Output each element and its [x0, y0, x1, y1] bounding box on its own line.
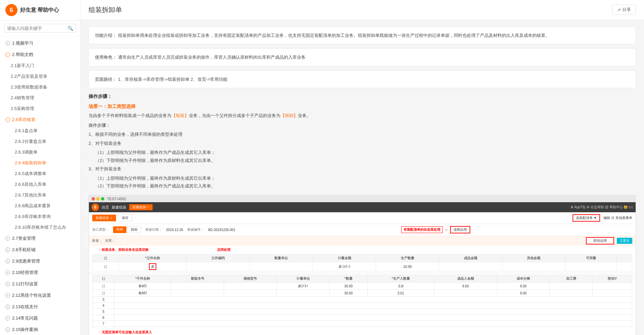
- sidebar-item-2-12-label: 2.12系统个性化设置: [12, 292, 51, 298]
- sidebar-item-2-11[interactable]: + 2.11打印设置: [0, 278, 80, 290]
- sidebar-item-2-6-7[interactable]: 2.6.7其他出库单: [0, 190, 80, 201]
- empty-7-rest: [114, 321, 632, 327]
- annotation2-text: ↑ 组装业务、拆卸业务在这里切换: [99, 248, 149, 252]
- btd-2-name: 板材2: [114, 290, 171, 297]
- sidebar-item-2-9[interactable]: + 2.9优惠券管理: [0, 256, 80, 267]
- btd-1-unit: 桌(×1+: [277, 283, 329, 290]
- sidebar-item-2-6-10[interactable]: 2.6.10库存账本错了怎么办: [0, 222, 80, 233]
- btd-2-prod-qty: 3.01: [367, 290, 434, 297]
- btd-1-spec: [224, 283, 276, 290]
- btd-1-name: 板材1: [114, 283, 171, 290]
- sidebar-item-2-6-6[interactable]: 2.6.6其他入库单: [0, 179, 80, 190]
- bth-child-name: *子件名称: [114, 275, 171, 283]
- confirm-btn[interactable]: 立案实: [617, 238, 632, 244]
- sidebar-item-2-7[interactable]: + 2.7资金管理: [0, 233, 80, 244]
- sidebar-item-2-1[interactable]: 2.1新手入门: [0, 60, 80, 71]
- sidebar-item-2-7-label: 2.7资金管理: [12, 235, 36, 241]
- annotation1-arrow: ←: [444, 227, 449, 232]
- step-3-subs: （1）上部明细为父件明细，最终作为原材料生成其它出库单； （2）下部明细为子件明…: [95, 174, 636, 190]
- plus-icon-2-10: +: [5, 270, 10, 275]
- sidebar-item-2-6-3[interactable]: 2.6.3调拨单: [0, 147, 80, 158]
- btd-2-qty: 30.00: [329, 290, 367, 297]
- sidebar-item-docs[interactable]: − 2.帮助文档: [0, 49, 80, 60]
- sidebar-item-2-6-2[interactable]: 2.6.2分量盘点单: [0, 136, 80, 147]
- btd-1-add: [593, 283, 632, 290]
- app-btn-edit[interactable]: 编辑 分 其他查看单: [603, 216, 632, 220]
- annotation1-container: 有装配清单的在这里处理 ← 选商品用: [239, 226, 632, 233]
- btd-1-checkbox: ☐: [93, 283, 114, 290]
- intro-block: 功能介绍： 组装拆卸单用来处理企业组装或拆卸等加工业务，支持有固定装配清单的产品…: [89, 26, 636, 44]
- btd-1-cost: 9.00: [497, 283, 549, 290]
- tab-disassembly[interactable]: 拆卸: [127, 226, 141, 233]
- search-icon: 🔍: [67, 25, 73, 31]
- bth-version: 新版本号: [171, 275, 224, 283]
- sidebar-item-2-10[interactable]: + 2.10经营管理: [0, 267, 80, 278]
- sidebar-item-2-6[interactable]: − 2.6库存核算: [0, 114, 80, 125]
- number-value: 大写：: [105, 238, 115, 243]
- btd-2-prod-amount: [434, 290, 497, 297]
- sidebar-item-video[interactable]: + 1.视频学习: [0, 38, 80, 49]
- sidebar-item-2-2[interactable]: 2.2产品安装及登录: [0, 71, 80, 82]
- table-row-empty-6: 6: [93, 315, 632, 321]
- annotation4-row: ↑ 无固定清单可在这输入在这里录入: [89, 328, 636, 335]
- app-btn-add[interactable]: 新建组装 ∨: [92, 215, 116, 221]
- top-table-container: ☐ *父件名称 父件编码 数量单位 计量金额 生产数量 成品金额 其他金额 可用…: [89, 253, 636, 273]
- sidebar-item-2-13[interactable]: + 2.13在线支付: [0, 301, 80, 313]
- bom-dropdown[interactable]: 选商品用: [450, 226, 470, 233]
- bth-qty: *数量: [329, 275, 367, 283]
- plus-icon-2-13: +: [5, 304, 10, 309]
- annotation1-text: 有装配清单的在这里处理: [401, 226, 443, 233]
- empty-4: 4: [93, 303, 114, 309]
- empty-3-rest: [114, 297, 632, 303]
- table-row: ☐ 桌 桌 (x1~) 10.00: [93, 262, 632, 271]
- sidebar-item-2-6-8[interactable]: 2.6.8商品成本重算: [0, 201, 80, 211]
- sidebar-item-2-6-1[interactable]: 2.6.1盘点单: [0, 125, 80, 136]
- sidebar-item-2-8[interactable]: + 2.8手机旺铺: [0, 244, 80, 256]
- label-date: 单据日期：: [145, 227, 162, 232]
- role-block: 使用角色： 通常由生产人员或库管人员完成拆装业务的操作，库管人员确认原材料的出库…: [89, 48, 636, 66]
- app-nav-bar: 6 自页 新建组装 新建组装一 ♛ AppT包 ⚙ 右边帮助 @ 帮助中心 🐱 …: [89, 202, 636, 212]
- shop-select[interactable]: 部排品用: [586, 237, 614, 244]
- sidebar-header: 6 好生意 帮助中心: [0, 0, 80, 20]
- bth-add: 附加V: [593, 275, 632, 283]
- bth-spec: 规格型号: [224, 275, 276, 283]
- table-row-empty-5: 5: [93, 309, 632, 315]
- share-button[interactable]: ↗ 分享: [612, 5, 636, 15]
- table-row: ☐ 板材2 30.00 3.01 9.00: [93, 290, 632, 297]
- search-box: 🔍: [0, 20, 80, 36]
- steps-label: 操作步骤：: [89, 122, 636, 128]
- tab-assembly[interactable]: 组装: [113, 226, 126, 233]
- sidebar-item-2-6-5[interactable]: 2.6.5成本调整单: [0, 168, 80, 179]
- step-1: 1、根据不同的业务，选择不同单据的类型来处理: [89, 130, 636, 138]
- annotation2-row: ↑ 组装业务、拆卸业务在这里切换 启用处理: [89, 246, 636, 253]
- sidebar-item-2-6-4[interactable]: 2.6.4组装拆卸单: [0, 158, 80, 168]
- share-icon: ↗: [617, 7, 621, 12]
- step-2: 2、对于组装业务: [89, 139, 636, 147]
- step-2-sub-1: （1）上部明细为父件明细，最终作为产成品生成其它入库单；: [95, 149, 636, 156]
- role-text: 通常由生产人员或库管人员完成拆装业务的操作，库管人员确认原材料的出库和产成品的入…: [118, 55, 306, 60]
- btd-1-prod-amount: 9.00: [434, 283, 497, 290]
- intro-text: 组装拆卸单用来处理企业组装或拆卸等加工业务，支持有固定装配清单的产品加工业务，也…: [118, 33, 550, 38]
- app-dropdown-bom[interactable]: 选装配清单 ▼: [573, 214, 600, 222]
- path-text: 1、库存核算->库存管理->组装拆卸单 2、首页->常用功能: [118, 77, 228, 82]
- sidebar-item-2-14[interactable]: + 2.14常见问题: [0, 313, 80, 324]
- plus-icon-2-8: +: [5, 247, 10, 252]
- sidebar-item-2-11-label: 2.11打印设置: [12, 281, 38, 287]
- bth-checkbox: ☐: [93, 275, 114, 283]
- parent-name-field[interactable]: 桌: [149, 263, 156, 270]
- sidebar-item-2-4[interactable]: 2.4销售管理: [0, 93, 80, 103]
- search-input-wrap[interactable]: 🔍: [4, 24, 76, 33]
- btd-1-prod-qty: 3.0l: [367, 283, 434, 290]
- sidebar-item-2-3[interactable]: 2.3使用前数据准备: [0, 82, 80, 93]
- plus-icon-2-7: +: [5, 236, 10, 241]
- btd-2-ver: [171, 290, 224, 297]
- sidebar-item-2-15[interactable]: + 2.15操作案例: [0, 324, 80, 335]
- search-input[interactable]: [7, 26, 67, 31]
- empty-5: 5: [93, 309, 114, 315]
- sidebar-item-2-6-9[interactable]: 2.6.9库存账本查询: [0, 211, 80, 222]
- sidebar-item-2-12[interactable]: + 2.12系统个性化设置: [0, 290, 80, 301]
- app-nav-right: ♛ AppT包 ⚙ 右边帮助 @ 帮助中心 🐱 c.c: [571, 205, 633, 210]
- th-amount: 计量金额: [313, 255, 376, 262]
- app-btn-save[interactable]: 保存: [118, 214, 132, 222]
- sidebar-item-2-5[interactable]: 2.5采购管理: [0, 103, 80, 114]
